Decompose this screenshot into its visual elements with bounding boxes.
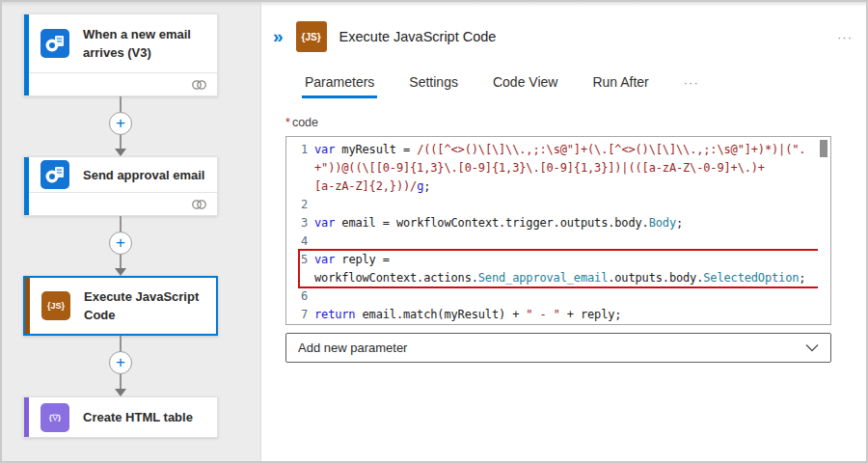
card-accent-stripe bbox=[24, 397, 29, 437]
editor-scrollbar[interactable] bbox=[818, 138, 829, 323]
arrow-down-icon bbox=[115, 149, 126, 156]
code-row: 6 bbox=[294, 287, 830, 306]
more-options-icon[interactable]: ··· bbox=[837, 30, 853, 44]
collapse-panel-icon[interactable]: » bbox=[273, 27, 284, 46]
code-row: 1var myResult = /(([^<>()\[\]\\.,;:\s@"]… bbox=[294, 141, 830, 159]
line-number bbox=[294, 269, 308, 287]
javascript-icon: {JS} bbox=[41, 291, 70, 320]
workflow-canvas: When a new email arrives (V3) + bbox=[2, 2, 260, 461]
data-operation-icon: {▽} bbox=[41, 403, 69, 432]
scrollbar-thumb[interactable] bbox=[820, 140, 827, 157]
insert-step-button[interactable]: + bbox=[109, 232, 132, 255]
outlook-icon bbox=[41, 29, 69, 58]
line-number: 3 bbox=[294, 214, 308, 232]
card-accent-stripe bbox=[24, 157, 29, 215]
tab-run-after[interactable]: Run After bbox=[592, 74, 648, 90]
tab-settings[interactable]: Settings bbox=[409, 74, 458, 90]
card-accent-stripe bbox=[24, 14, 29, 95]
line-number: 4 bbox=[294, 232, 308, 251]
line-number bbox=[294, 159, 308, 177]
flow-step-create-html-table[interactable]: {▽} Create HTML table bbox=[23, 396, 218, 438]
code-row: +"))@((\[[0-9]{1,3}\.[0-9]{1,3}\.[0-9]{1… bbox=[294, 159, 830, 177]
tab-code-view[interactable]: Code View bbox=[493, 74, 557, 90]
line-number: 2 bbox=[294, 196, 308, 214]
line-number: 5 bbox=[294, 251, 308, 269]
flow-designer-window: When a new email arrives (V3) + bbox=[0, 0, 868, 463]
flow-step-execute-javascript-code-selected[interactable]: {JS} Execute JavaScript Code bbox=[23, 276, 218, 336]
arrow-down-icon bbox=[115, 268, 126, 276]
code-row: [a-zA-Z]{2,}))/g; bbox=[294, 177, 830, 196]
line-number: 7 bbox=[294, 306, 308, 324]
panel-header: » {JS} Execute JavaScript Code ··· bbox=[261, 2, 866, 52]
javascript-icon: {JS} bbox=[296, 21, 327, 52]
code-field-label: *code bbox=[285, 116, 866, 129]
add-new-parameter-label: Add new parameter bbox=[298, 340, 407, 355]
connection-icon[interactable] bbox=[191, 199, 207, 210]
flow-connector: + bbox=[108, 216, 133, 276]
step-label: Create HTML table bbox=[83, 408, 193, 426]
code-row: 5var reply = bbox=[294, 251, 830, 269]
tab-bar: Parameters Settings Code View Run After … bbox=[305, 74, 866, 90]
flow-connector: + bbox=[108, 336, 133, 396]
tab-parameters[interactable]: Parameters bbox=[305, 74, 374, 90]
code-row: 2 bbox=[294, 196, 830, 214]
card-accent-stripe bbox=[25, 278, 30, 334]
code-row: 4 bbox=[294, 232, 830, 251]
code-row: 7return email.match(myResult) + " - " + … bbox=[294, 306, 830, 324]
chevron-down-icon bbox=[805, 343, 819, 352]
flow-connector: + bbox=[108, 96, 133, 156]
step-label: Send approval email bbox=[83, 166, 204, 184]
panel-title: Execute JavaScript Code bbox=[339, 29, 497, 44]
line-number: 6 bbox=[294, 287, 308, 306]
insert-step-button[interactable]: + bbox=[109, 112, 132, 135]
error-highlight-box: 5var reply =workflowContext.actions.Send… bbox=[294, 251, 830, 287]
line-number: 1 bbox=[294, 141, 308, 159]
code-rows: 1var myResult = /(([^<>()\[\]\\.,;:\s@"]… bbox=[286, 137, 830, 324]
arrow-down-icon bbox=[115, 389, 126, 396]
code-row: 3var email = workflowContext.trigger.out… bbox=[294, 214, 830, 232]
add-new-parameter-dropdown[interactable]: Add new parameter bbox=[285, 333, 831, 363]
connection-icon[interactable] bbox=[191, 79, 207, 91]
top-shadow bbox=[2, 2, 260, 7]
flow-step-send-approval-email[interactable]: Send approval email bbox=[23, 156, 218, 216]
code-editor[interactable]: 1var myResult = /(([^<>()\[\]\\.,;:\s@"]… bbox=[285, 136, 831, 325]
outlook-icon bbox=[41, 160, 69, 189]
code-row: workflowContext.actions.Send_approval_em… bbox=[294, 269, 830, 287]
step-label: When a new email arrives (V3) bbox=[83, 25, 210, 62]
tab-overflow-icon[interactable]: ··· bbox=[684, 75, 699, 90]
action-detail-panel: » {JS} Execute JavaScript Code ··· Param… bbox=[260, 2, 866, 461]
required-asterisk: * bbox=[285, 116, 290, 129]
step-label: Execute JavaScript Code bbox=[84, 287, 209, 324]
flow-step-when-a-new-email-arrives[interactable]: When a new email arrives (V3) bbox=[23, 14, 218, 96]
line-number bbox=[294, 177, 308, 196]
insert-step-button[interactable]: + bbox=[109, 351, 132, 374]
